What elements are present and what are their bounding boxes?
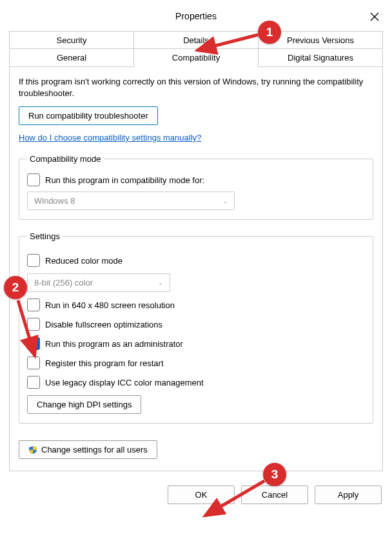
reduced-color-checkbox[interactable]	[27, 254, 40, 267]
annotation-arrow-1	[193, 31, 264, 57]
reduced-color-label: Reduced color mode	[45, 256, 122, 266]
tab-digital-signatures[interactable]: Digital Signatures	[259, 48, 383, 67]
svg-line-0	[197, 35, 258, 50]
intro-text: If this program isn't working correctly …	[19, 76, 373, 99]
properties-dialog: Properties Security Details Previous Ver…	[0, 0, 392, 516]
dialog-buttons: OK Cancel Apply	[0, 479, 392, 516]
run-as-admin-label: Run this program as an administrator	[45, 339, 183, 349]
annotation-arrow-2	[13, 298, 45, 362]
run-640-label: Run in 640 x 480 screen resolution	[45, 300, 175, 310]
annotation-badge-3: 3	[263, 463, 286, 486]
settings-group: Settings Reduced color mode 8-bit (256) …	[19, 231, 373, 424]
chevron-down-icon: ⌄	[158, 279, 163, 286]
annotation-arrow-3	[200, 477, 271, 522]
annotation-badge-1: 1	[258, 21, 281, 44]
apply-button[interactable]: Apply	[315, 485, 382, 504]
tab-general[interactable]: General	[9, 48, 134, 67]
chevron-down-icon: ⌄	[222, 197, 228, 204]
svg-line-2	[205, 481, 264, 516]
change-all-users-label: Change settings for all users	[41, 445, 148, 454]
close-icon	[370, 12, 379, 21]
change-all-users-button[interactable]: Change settings for all users	[19, 440, 157, 459]
change-dpi-button[interactable]: Change high DPI settings	[27, 395, 141, 414]
settings-legend: Settings	[27, 231, 63, 241]
compat-mode-label: Run this program in compatibility mode f…	[45, 175, 204, 185]
compatibility-mode-group: Compatibility mode Run this program in c…	[19, 154, 373, 220]
compat-mode-legend: Compatibility mode	[27, 154, 104, 164]
color-mode-select[interactable]: 8-bit (256) color ⌄	[27, 273, 170, 292]
legacy-icc-label: Use legacy display ICC color management	[45, 378, 204, 387]
svg-line-1	[18, 300, 35, 356]
compat-mode-select-value: Windows 8	[34, 196, 75, 206]
tab-content: If this program isn't working correctly …	[9, 67, 383, 471]
run-troubleshooter-button[interactable]: Run compatibility troubleshooter	[19, 106, 158, 125]
close-button[interactable]	[364, 8, 386, 26]
color-mode-select-value: 8-bit (256) color	[34, 278, 93, 288]
annotation-badge-2: 2	[4, 276, 27, 299]
titlebar: Properties	[0, 5, 392, 27]
tab-security[interactable]: Security	[9, 31, 134, 49]
compat-mode-select[interactable]: Windows 8 ⌄	[27, 191, 235, 210]
compat-mode-checkbox[interactable]	[27, 173, 40, 186]
shield-icon	[28, 445, 37, 454]
help-link[interactable]: How do I choose compatibility settings m…	[19, 133, 201, 142]
dialog-title: Properties	[5, 11, 387, 21]
disable-fullscreen-label: Disable fullscreen optimizations	[45, 320, 162, 329]
legacy-icc-checkbox[interactable]	[27, 376, 40, 389]
register-restart-label: Register this program for restart	[45, 358, 164, 368]
